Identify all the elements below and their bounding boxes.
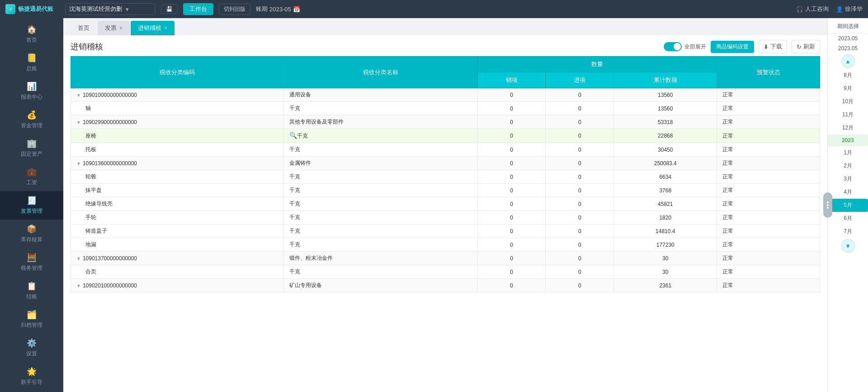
period-label: 账期 [256,5,268,13]
row-purchase: 0 [546,88,614,102]
period-down-arrow[interactable]: ▼ [841,239,855,253]
row-sales: 0 [477,252,546,265]
sidebar-item-archive[interactable]: 🗂️ 归档管理 [0,305,63,334]
topbar-right: 🎧 人工咨询 👤 徐泽华 [796,5,863,13]
tab-invoice-close[interactable]: × [119,25,123,31]
table-row: 抹平盘 千克 0 0 3768 正常 [71,184,820,197]
sidebar-item-capital[interactable]: 💰 资金管理 [0,105,63,134]
sidebar-item-guide[interactable]: 🌟 新手引导 [0,362,63,391]
row-code: 手轮 [71,211,284,225]
row-status: 正常 [717,252,820,265]
row-sales: 0 [477,115,546,129]
download-icon: ⬇ [764,43,769,50]
sidebar-label-asset: 固定资产 [21,150,42,158]
table-row: 手轮 千克 0 0 1820 正常 [71,211,820,225]
period-month-item[interactable]: 2023 [828,134,868,146]
row-sales: 0 [477,88,546,102]
sidebar-item-salary[interactable]: 💼 工资 [0,163,63,191]
sidebar-item-ledger[interactable]: 📒 总账 [0,48,63,77]
row-unit: 🔍千克 [283,129,477,143]
download-button[interactable]: ⬇ 下载 [759,40,787,53]
row-status: 正常 [717,129,820,143]
period-month-item[interactable]: 1月 [828,146,868,159]
right-panel: 期间选择 2023.05 2023.05 ▲ 8月9月10月11月12月2023… [827,18,868,392]
period-up-arrow[interactable]: ▲ [841,54,855,68]
sidebar-item-report[interactable]: 📊 报表中心 [0,77,63,105]
salary-icon: 💼 [27,167,37,177]
refresh-button[interactable]: ↻ 刷新 [792,40,820,53]
row-unit: 千克 [283,170,477,184]
period-month-item[interactable]: 9月 [828,82,868,95]
toggle-track[interactable] [664,42,682,51]
switch-version-button[interactable]: 切到旧版 [219,4,250,15]
page-actions: 全部展开 商品编码设置 ⬇ 下载 ↻ 刷新 [664,40,820,53]
refresh-icon: ↻ [797,43,802,50]
col-purchase: 进项 [546,72,614,88]
support-link[interactable]: 🎧 人工咨询 [796,5,829,13]
sidebar-item-asset[interactable]: 🏢 固定资产 [0,134,63,163]
workbench-button[interactable]: 工作台 [183,3,213,15]
row-total: 13560 [614,102,717,115]
row-code: 轮毂 [71,170,284,184]
sidebar-item-settle[interactable]: 📋 结账 [0,277,63,305]
panel-toggle[interactable] [823,192,832,218]
sidebar-label-capital: 资金管理 [21,122,42,129]
period-month-item[interactable]: 12月 [828,121,868,134]
asset-icon: 🏢 [27,139,37,148]
row-total: 45821 [614,197,717,211]
row-search-icon[interactable]: 🔍 [289,132,297,139]
sidebar-item-home[interactable]: 🏠 首页 [0,20,63,48]
period-year-top1: 2023.05 [838,33,858,43]
sidebar-item-invoice[interactable]: 🧾 发票管理 [0,191,63,220]
period-value: 2023-05 [269,6,291,13]
tab-home[interactable]: 首页 [71,21,97,35]
row-purchase: 0 [546,265,614,279]
row-unit: 千克 [283,102,477,115]
code-setting-button[interactable]: 商品编码设置 [711,41,754,53]
user-name: 徐泽华 [845,5,863,13]
row-status: 正常 [717,211,820,225]
row-sales: 0 [477,238,546,252]
save-button[interactable]: 💾 [161,4,178,14]
company-selector[interactable]: 沈海英测试经营勿删 ▾ [65,3,156,15]
tab-reconcile[interactable]: 进销稽核 × [131,21,175,35]
calendar-icon[interactable]: 📅 [293,6,300,13]
capital-icon: 💰 [27,110,37,120]
row-unit: 千克 [283,265,477,279]
user-profile[interactable]: 👤 徐泽华 [836,5,863,13]
period-month-item[interactable]: 2月 [828,159,868,172]
table-row: ▼109020100000000000 矿山专用设备 0 0 2361 正常 [71,279,820,292]
row-total: 14810.4 [614,225,717,238]
period-month-item[interactable]: 7月 [828,225,868,238]
expand-toggle[interactable]: 全部展开 [664,42,706,51]
period-month-item[interactable]: 5月 [828,199,868,212]
period-month-item[interactable]: 4月 [828,186,868,199]
row-purchase: 0 [546,157,614,170]
row-purchase: 0 [546,170,614,184]
period-month-item[interactable]: 8月 [828,69,868,82]
row-total: 13560 [614,88,717,102]
tab-reconcile-close[interactable]: × [164,25,167,31]
row-total: 30 [614,265,717,279]
guide-icon: 🌟 [27,367,37,377]
table-row: 轴 千克 0 0 13560 正常 [71,102,820,115]
period-month-item[interactable]: 6月 [828,212,868,225]
period-month-item[interactable]: 3月 [828,172,868,186]
invoice-icon: 🧾 [27,196,37,206]
period-month-item[interactable]: 11月 [828,108,868,121]
sidebar-item-inventory[interactable]: 📦 库存核算 [0,220,63,248]
sidebar-item-tax[interactable]: 🧮 税务管理 [0,248,63,277]
row-total: 2361 [614,279,717,292]
table-row: 座椅 🔍千克 0 0 22868 正常 [71,129,820,143]
sidebar-item-settings[interactable]: ⚙️ 设置 [0,334,63,362]
row-status: 正常 [717,197,820,211]
row-sales: 0 [477,157,546,170]
toggle-knob [674,43,681,50]
period-month-item[interactable]: 10月 [828,95,868,108]
download-label: 下载 [770,43,782,51]
sidebar-label-tax: 税务管理 [21,264,42,272]
row-status: 正常 [717,238,820,252]
table-row: 地漏 千克 0 0 177230 正常 [71,238,820,252]
tab-invoice[interactable]: 发票 × [98,21,130,35]
row-code: 铸造盖子 [71,225,284,238]
